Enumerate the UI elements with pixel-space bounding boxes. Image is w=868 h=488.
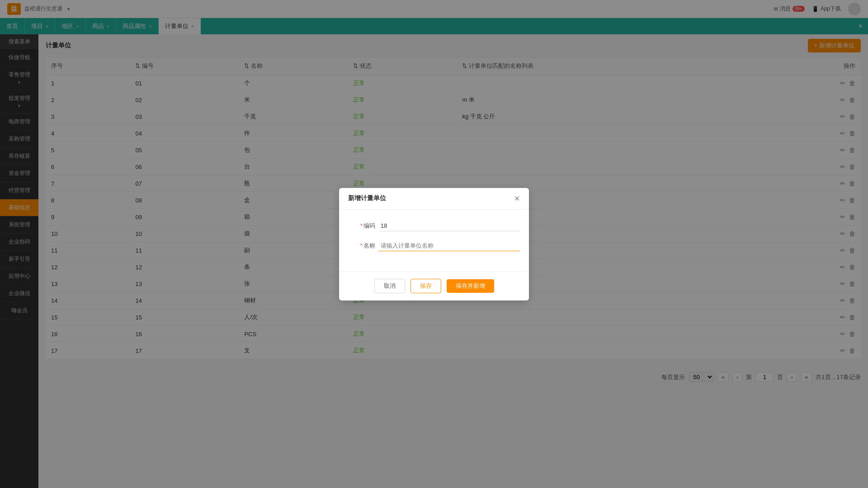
name-form-row: *名称 [348,240,520,251]
code-label: *编码 [348,222,375,230]
save-and-new-button[interactable]: 保存并新增 [447,279,494,293]
code-form-row: *编码 [348,221,520,231]
modal-title: 新增计量单位 [348,194,386,202]
name-input[interactable] [379,240,520,251]
modal-body: *编码 *名称 [339,210,529,271]
save-button[interactable]: 保存 [410,279,441,293]
modal-close-button[interactable]: ✕ [514,194,520,203]
modal-overlay: 新增计量单位 ✕ *编码 *名称 取消 保存 保存并新增 [0,0,868,488]
add-unit-modal: 新增计量单位 ✕ *编码 *名称 取消 保存 保存并新增 [339,188,529,300]
modal-footer: 取消 保存 保存并新增 [339,271,529,300]
modal-header: 新增计量单位 ✕ [339,188,529,210]
cancel-button[interactable]: 取消 [374,279,405,293]
name-label: *名称 [348,242,375,250]
code-input[interactable] [379,221,520,231]
